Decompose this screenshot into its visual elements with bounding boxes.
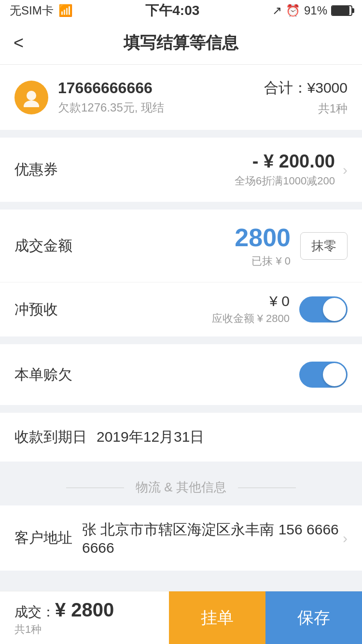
svg-point-0 xyxy=(27,91,36,100)
duedate-label: 收款到期日 xyxy=(14,427,87,447)
round-button[interactable]: 抹零 xyxy=(300,232,348,260)
toggle-knob xyxy=(323,298,346,321)
debit-label: 本单赊欠 xyxy=(14,365,72,385)
customer-phone: 17666666666 xyxy=(58,79,164,97)
prereceive-values: ¥ 0 应收金额 ¥ 2800 xyxy=(212,293,290,326)
customer-card: 17666666666 欠款1276.35元, 现结 合计：¥3000 共1种 xyxy=(0,65,362,130)
battery-icon xyxy=(331,5,352,16)
nav-bar: < 填写结算等信息 xyxy=(0,21,362,65)
status-right: ↗ ⏰ 91% xyxy=(272,4,352,17)
content: 17666666666 欠款1276.35元, 现结 合计：¥3000 共1种 … xyxy=(0,65,362,636)
debit-toggle-knob xyxy=(323,363,346,386)
prereceive-sub: 应收金额 ¥ 2800 xyxy=(212,311,290,326)
alarm-icon: ⏰ xyxy=(286,4,300,17)
save-button[interactable]: 保存 xyxy=(265,591,362,644)
transaction-section: 成交金额 2800 已抹 ¥ 0 抹零 冲预收 ¥ 0 应收金额 ¥ 2800 xyxy=(0,210,362,336)
coupon-label: 优惠券 xyxy=(14,160,58,180)
duedate-section: 收款到期日 2019年12月31日 xyxy=(0,413,362,462)
transaction-row: 成交金额 2800 已抹 ¥ 0 抹零 xyxy=(0,210,362,282)
coupon-row[interactable]: 优惠券 - ¥ 200.00 全场6折满1000减200 › xyxy=(0,138,362,202)
customer-right: 合计：¥3000 共1种 xyxy=(264,78,348,116)
bottom-bar: 成交：¥ 2800 共1种 挂单 保存 xyxy=(0,591,362,644)
duedate-row: 收款到期日 2019年12月31日 xyxy=(0,413,362,462)
transaction-amount: 2800 xyxy=(235,223,291,252)
coupon-section: 优惠券 - ¥ 200.00 全场6折满1000减200 › xyxy=(0,138,362,202)
battery-percent: 91% xyxy=(304,4,327,17)
prereceive-label: 冲预收 xyxy=(14,300,58,320)
customer-debt: 欠款1276.35元, 现结 xyxy=(58,100,164,115)
debit-row: 本单赊欠 xyxy=(0,344,362,405)
status-left: 无SIM卡 📶 xyxy=(10,3,73,18)
address-section: 客户地址 张 北京市市辖区海淀区永丰南 156 6666 6666 › xyxy=(0,505,362,571)
customer-info: 17666666666 欠款1276.35元, 现结 xyxy=(58,79,164,115)
divider-text: 物流 & 其他信息 xyxy=(124,479,238,496)
address-row[interactable]: 客户地址 张 北京市市辖区海淀区永丰南 156 6666 6666 › xyxy=(0,505,362,571)
transaction-value-wrap: 2800 已抹 ¥ 0 xyxy=(235,223,291,268)
prereceive-toggle[interactable] xyxy=(299,296,348,322)
customer-count: 共1种 xyxy=(264,101,348,116)
coupon-discount: - ¥ 200.00 xyxy=(235,151,335,172)
customer-left: 17666666666 欠款1276.35元, 现结 xyxy=(14,79,164,115)
coupon-sub: 全场6折满1000减200 xyxy=(235,174,335,188)
back-button[interactable]: < xyxy=(14,33,24,53)
address-value: 张 北京市市辖区海淀区永丰南 156 6666 6666 xyxy=(82,520,343,556)
carrier-text: 无SIM卡 xyxy=(10,3,54,18)
prereceive-amount: ¥ 0 xyxy=(212,293,290,309)
bottom-count: 共1种 xyxy=(14,622,154,637)
avatar xyxy=(14,81,48,114)
page-title: 填写结算等信息 xyxy=(124,32,238,54)
address-label: 客户地址 xyxy=(14,528,72,548)
chevron-right-icon: › xyxy=(343,162,348,178)
customer-total: 合计：¥3000 xyxy=(264,78,348,98)
bottom-summary: 成交：¥ 2800 共1种 xyxy=(0,599,169,637)
divider-section: 物流 & 其他信息 xyxy=(0,469,362,505)
status-bar: 无SIM卡 📶 下午4:03 ↗ ⏰ 91% xyxy=(0,0,362,21)
transaction-right: 2800 已抹 ¥ 0 抹零 xyxy=(235,223,348,268)
debit-section: 本单赊欠 xyxy=(0,344,362,405)
status-time: 下午4:03 xyxy=(145,1,199,20)
svg-point-1 xyxy=(24,100,39,107)
location-icon: ↗ xyxy=(272,4,282,17)
bottom-amount: ¥ 2800 xyxy=(55,599,114,620)
pending-button[interactable]: 挂单 xyxy=(169,591,265,644)
address-chevron-icon: › xyxy=(343,530,348,546)
bottom-deal-label: 成交：¥ 2800 xyxy=(14,599,154,621)
prereceive-row: 冲预收 ¥ 0 应收金额 ¥ 2800 xyxy=(0,282,362,336)
transaction-sub: 已抹 ¥ 0 xyxy=(235,254,291,268)
prereceive-right: ¥ 0 应收金额 ¥ 2800 xyxy=(212,293,348,326)
wifi-icon: 📶 xyxy=(58,4,73,17)
debit-toggle[interactable] xyxy=(299,362,348,388)
coupon-value: - ¥ 200.00 全场6折满1000减200 xyxy=(235,151,335,188)
duedate-value: 2019年12月31日 xyxy=(97,427,204,447)
transaction-label: 成交金额 xyxy=(14,236,72,256)
coupon-right: - ¥ 200.00 全场6折满1000减200 › xyxy=(235,151,348,188)
